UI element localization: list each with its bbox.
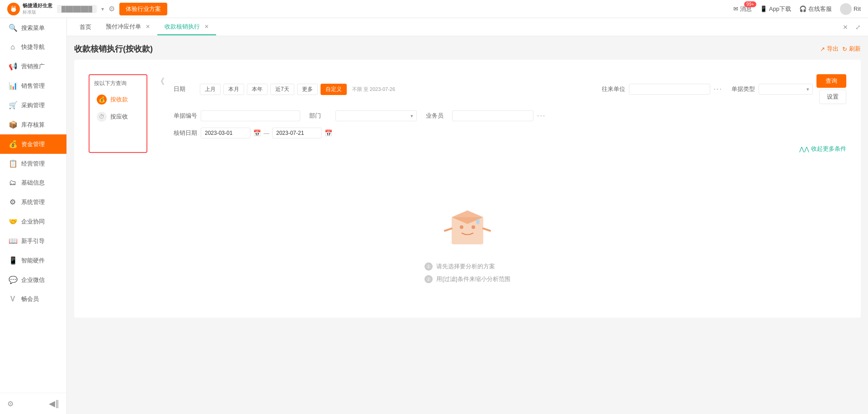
sidebar-item-wechat[interactable]: 💬 企业微信 bbox=[0, 270, 66, 290]
sidebar-item-guide[interactable]: 📖 新手引导 bbox=[0, 231, 66, 251]
refresh-button[interactable]: ↻ 刷新 bbox=[842, 45, 861, 53]
doc-no-input[interactable] bbox=[201, 110, 300, 121]
sidebar-label-system: 系统管理 bbox=[21, 198, 45, 206]
partner-input[interactable] bbox=[629, 84, 710, 95]
sidebar-collapse-icon[interactable]: ◀‖ bbox=[49, 399, 59, 409]
date-last-month-btn[interactable]: 上月 bbox=[200, 84, 221, 95]
verify-date-start-calendar-icon[interactable]: 📅 bbox=[253, 129, 261, 137]
query-button[interactable]: 查询 bbox=[816, 74, 846, 88]
date-more-btn[interactable]: 更多 bbox=[297, 84, 318, 95]
system-icon: ⚙ bbox=[9, 198, 17, 206]
online-service-button[interactable]: 🎧 在线客服 bbox=[799, 5, 832, 13]
doc-no-field: 单据编号 bbox=[174, 110, 300, 121]
export-icon: ↗ bbox=[820, 46, 825, 52]
app-download-button[interactable]: 📱 App下载 bbox=[760, 5, 791, 13]
doc-type-select-wrap bbox=[759, 84, 813, 95]
wechat-icon: 💬 bbox=[9, 276, 17, 284]
verify-date-end-calendar-icon[interactable]: 📅 bbox=[325, 129, 332, 137]
sidebar-item-finance[interactable]: 💰 资金管理 bbox=[0, 134, 66, 154]
sidebar-label-operation: 经营管理 bbox=[21, 160, 45, 168]
collapse-arrow-icon: ⋀⋀ bbox=[799, 146, 809, 152]
tab-home[interactable]: 首页 bbox=[72, 19, 99, 35]
tab-prepay[interactable]: 预付冲应付单 ✕ bbox=[99, 19, 157, 35]
sidebar-item-inventory[interactable]: 📦 库存核算 bbox=[0, 115, 66, 134]
staff-input[interactable] bbox=[452, 110, 533, 121]
filter-collapse-button[interactable]: 《 bbox=[155, 74, 166, 89]
sidebar-item-device[interactable]: 📱 智能硬件 bbox=[0, 251, 66, 270]
date-this-year-btn[interactable]: 本年 bbox=[247, 84, 268, 95]
empty-svg bbox=[438, 195, 497, 253]
filter-row-2: 单据编号 部门 bbox=[174, 110, 846, 121]
tab-expand-icon[interactable]: ⤢ bbox=[854, 22, 863, 33]
home-icon: ⌂ bbox=[9, 43, 17, 51]
sidebar-label-quicknav: 快捷导航 bbox=[21, 43, 45, 51]
doc-type-label: 单据类型 bbox=[731, 85, 755, 93]
sidebar-label-basic: 基础信息 bbox=[21, 179, 45, 187]
message-badge: 99+ bbox=[744, 1, 756, 7]
sidebar-item-member[interactable]: V 畅会员 bbox=[0, 290, 66, 309]
app-icon: 📱 bbox=[760, 5, 767, 12]
enterprise-icon: 🤝 bbox=[9, 217, 17, 226]
collapse-more-conditions-button[interactable]: ⋀⋀ 收起更多条件 bbox=[174, 145, 846, 153]
sidebar-item-operation[interactable]: 📋 经营管理 bbox=[0, 154, 66, 173]
user-name: Rit bbox=[854, 5, 861, 12]
sidebar-item-marketing[interactable]: 📢 营销推广 bbox=[0, 57, 66, 76]
page-title: 收款核销执行(按收款) bbox=[74, 43, 153, 54]
filter-form: 日期 上月 本月 本年 近7天 更多 自定义 bbox=[174, 74, 846, 153]
filter-option-by-receivable[interactable]: ⏱ 按应收 bbox=[94, 108, 142, 125]
staff-label: 业务员 bbox=[426, 112, 448, 120]
sidebar-settings-icon[interactable]: ⚙ bbox=[7, 400, 14, 408]
sidebar-item-quicknav[interactable]: ⌂ 快捷导航 bbox=[0, 38, 66, 57]
filter-option-by-receipt[interactable]: 💰 按收款 bbox=[94, 91, 142, 108]
tab-close-all-icon[interactable]: ✕ bbox=[841, 22, 850, 33]
sidebar-item-basic[interactable]: 🗂 基础信息 bbox=[0, 173, 66, 192]
verify-date-start-input[interactable]: 2023-03-01 bbox=[201, 128, 250, 138]
sales-icon: 📊 bbox=[9, 81, 17, 90]
tab-collection[interactable]: 收款核销执行 ✕ bbox=[157, 19, 216, 35]
sidebar-item-purchase[interactable]: 🛒 采购管理 bbox=[0, 95, 66, 115]
messages-button[interactable]: ✉ 消息 99+ bbox=[733, 5, 752, 13]
company-dropdown-icon[interactable]: ▾ bbox=[101, 6, 104, 12]
export-button[interactable]: ↗ 导出 bbox=[820, 45, 839, 53]
verify-date-end-input[interactable]: 2023-07-21 bbox=[272, 128, 322, 138]
sidebar-item-enterprise[interactable]: 🤝 企业协同 bbox=[0, 212, 66, 231]
doc-type-select[interactable] bbox=[759, 84, 813, 95]
sidebar-item-search[interactable]: 🔍 搜索菜单 bbox=[0, 18, 66, 38]
dept-select-wrap bbox=[335, 110, 417, 121]
date-custom-btn[interactable]: 自定义 bbox=[321, 84, 347, 95]
tab-prepay-close[interactable]: ✕ bbox=[146, 24, 150, 30]
doc-type-field: 单据类型 查询 设置 bbox=[731, 74, 846, 104]
dept-select[interactable] bbox=[335, 110, 417, 121]
sidebar-label-marketing: 营销推广 bbox=[21, 62, 45, 71]
sidebar-item-system[interactable]: ⚙ 系统管理 bbox=[0, 192, 66, 212]
partner-label: 往来单位 bbox=[602, 85, 625, 93]
date-7days-btn[interactable]: 近7天 bbox=[270, 84, 294, 95]
date-field: 日期 上月 本月 本年 近7天 更多 自定义 bbox=[174, 84, 395, 95]
refresh-icon: ↻ bbox=[842, 46, 847, 52]
verify-date-label: 核销日期 bbox=[174, 129, 197, 137]
date-range-separator: — bbox=[264, 130, 269, 137]
doc-no-label: 单据编号 bbox=[174, 112, 197, 120]
logo-icon bbox=[7, 3, 20, 15]
filter-panel-wrapper: 按以下方查询 💰 按收款 ⏱ 按应收 《 bbox=[74, 60, 861, 318]
filter-sidebar-title: 按以下方查询 bbox=[94, 80, 142, 87]
hint-num-2: ② bbox=[425, 275, 433, 283]
sidebar-bottom: ⚙ ◀‖ bbox=[0, 393, 66, 414]
user-profile[interactable]: Rit bbox=[840, 3, 861, 15]
svg-line-10 bbox=[445, 228, 452, 231]
tab-bar-actions: ✕ ⤢ bbox=[841, 22, 863, 33]
industry-solution-button[interactable]: 体验行业方案 bbox=[119, 3, 167, 15]
sidebar-item-sales[interactable]: 📊 销售管理 bbox=[0, 76, 66, 95]
gear-icon[interactable]: ⚙ bbox=[108, 5, 115, 13]
company-name-display: ████████ bbox=[57, 5, 97, 13]
sidebar-label-device: 智能硬件 bbox=[21, 257, 45, 265]
dept-field: 部门 bbox=[309, 110, 417, 121]
inventory-icon: 📦 bbox=[9, 120, 17, 129]
date-this-month-btn[interactable]: 本月 bbox=[223, 84, 244, 95]
top-bar-right: ✉ 消息 99+ 📱 App下载 🎧 在线客服 Rit bbox=[733, 3, 861, 15]
staff-more-icon[interactable]: ··· bbox=[537, 112, 546, 120]
tab-collection-close[interactable]: ✕ bbox=[204, 24, 209, 30]
svg-line-11 bbox=[483, 228, 490, 231]
setting-button[interactable]: 设置 bbox=[819, 90, 846, 104]
partner-more-icon[interactable]: ··· bbox=[714, 85, 722, 93]
